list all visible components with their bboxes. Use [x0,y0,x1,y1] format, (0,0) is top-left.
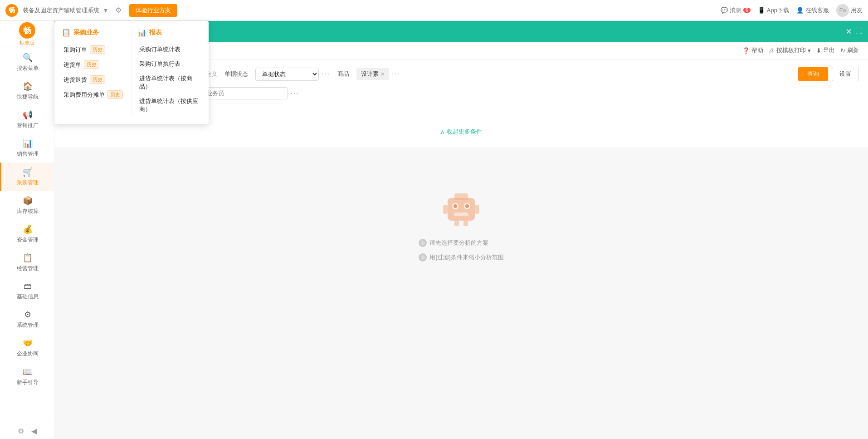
goods-return-hist-badge: 历史 [90,75,105,84]
goods-tag-remove[interactable]: ✕ [380,71,385,77]
dropdown-col2-title-text: 报表 [149,29,162,37]
order-status-select[interactable]: 单据状态 [255,68,319,81]
phone-icon: 📱 [758,7,765,14]
sidebar-item-purchase[interactable]: 🛒 采购管理 [0,163,54,191]
dropdown-col1-title: 📋 采购业务 [62,28,126,37]
sidebar-item-system[interactable]: ⚙ 系统管理 [0,305,54,334]
svg-rect-8 [475,205,479,214]
print-btn[interactable]: 🖨 按模板打印 ▾ [769,46,811,54]
logo: 畅 [19,22,35,39]
empty-text: ① 请先选择要分析的方案 ② 用[过滤]条件来缩小分析范围 [419,237,503,263]
base-info-icon: 🗃 [24,281,32,291]
sales-icon: 📊 [23,138,33,148]
message-btn[interactable]: 💬 消息 6 [721,6,751,15]
system-title: 装备及固定资产辅助管理系统 [23,6,99,15]
sidebar-item-finance-label: 资金管理 [17,236,39,244]
purchase-icon: 🛒 [23,167,33,177]
sidebar-settings-btn[interactable]: ⚙ [18,427,24,435]
industry-btn[interactable]: 体验行业方案 [129,4,177,17]
svg-rect-9 [454,221,459,226]
export-btn[interactable]: ⬇ 导出 [816,46,835,54]
purchase-order-hist-badge: 历史 [90,45,105,54]
collapse-filters-btn[interactable]: ∧ 收起更多条件 [63,123,859,140]
refresh-icon: ↻ [840,47,845,54]
dropdown-arrow-icon[interactable]: ▾ [104,6,107,15]
collapse-up-icon: ∧ [440,128,445,135]
sidebar-item-finance[interactable]: 💰 资金管理 [0,220,54,248]
sidebar-item-collab[interactable]: 🤝 企业协同 [0,334,54,362]
sidebar-item-base-info[interactable]: 🗃 基础信息 [0,277,54,305]
user-area[interactable]: Ea 用友 [836,4,863,17]
dropdown-item-goods-stat-product-label: 进货单统计表（按商品） [139,74,200,91]
settings-top-icon[interactable]: ⚙ [112,4,125,17]
dropdown-item-po-exec[interactable]: 采购订单执行表 [137,57,202,71]
print-dropdown-icon[interactable]: ▾ [808,47,811,54]
sidebar-item-quick-nav[interactable]: 🏠 快捷导航 [0,77,54,105]
sidebar: 畅 标准版 🔍 搜索菜单 🏠 快捷导航 📢 营销推广 📊 销售管理 🛒 [0,21,54,439]
sidebar-nav: 🔍 搜索菜单 🏠 快捷导航 📢 营销推广 📊 销售管理 🛒 采购管理 📦 [0,48,54,423]
help-btn[interactable]: ❓ 帮助 [742,46,763,54]
svg-rect-0 [448,198,475,221]
sidebar-item-quick-nav-label: 快捷导航 [17,93,39,101]
finance-icon: 💰 [23,224,33,234]
app-download-btn[interactable]: 📱 App下载 [758,6,789,15]
dropdown-col2-title: 📊 报表 [137,28,202,37]
sidebar-item-marketing-label: 营销推广 [17,122,39,129]
sidebar-collapse-btn[interactable]: ◀ [31,427,37,435]
dropdown-item-goods-return[interactable]: 进货退货 历史 [62,72,126,87]
query-btn[interactable]: 查询 [798,67,828,81]
collapse-label: 收起更多条件 [447,128,482,136]
username-label: 用友 [851,6,863,15]
tab-fullscreen-icon[interactable]: ⛶ [855,27,863,35]
guide-icon: 📖 [23,367,33,377]
goods-in-hist-badge: 历史 [84,60,99,69]
salesperson-dots[interactable]: ··· [290,89,299,98]
sidebar-item-marketing[interactable]: 📢 营销推广 [0,105,54,134]
dropdown-item-goods-stat-product[interactable]: 进货单统计表（按商品） [137,71,202,94]
sidebar-item-system-label: 系统管理 [17,321,39,329]
dropdown-item-goods-return-label: 进货退货 [63,76,87,84]
svg-rect-10 [463,221,468,226]
sidebar-item-operation[interactable]: 📋 经营管理 [0,248,54,277]
app-download-label: App下载 [767,6,789,15]
refresh-label: 刷新 [847,46,859,54]
settings-filter-btn[interactable]: 设置 [832,67,859,81]
export-label: 导出 [823,46,835,54]
dropdown-item-goods-in[interactable]: 进货单 历史 [62,57,126,72]
sidebar-item-sales[interactable]: 📊 销售管理 [0,134,54,163]
svg-point-5 [465,204,469,208]
dropdown-item-goods-stat-supplier[interactable]: 进货单统计表（按供应商） [137,94,202,117]
message-badge: 6 [743,8,751,13]
empty-step1: 请先选择要分析的方案 [429,237,488,249]
filter-actions: 查询 设置 [798,67,859,81]
empty-step2: 用[过滤]条件来缩小分析范围 [429,252,503,263]
sidebar-item-base-info-label: 基础信息 [17,293,39,301]
top-bar-right: 💬 消息 6 📱 App下载 👤 在线客服 Ea 用友 [721,4,863,17]
dropdown-item-po-stat[interactable]: 采购订单统计表 [137,42,202,57]
salesperson-input[interactable] [201,87,288,99]
dropdown-item-goods-in-label: 进货单 [63,61,81,69]
dropdown-item-purchase-expense[interactable]: 采购费用分摊单 历史 [62,87,126,102]
step2-num: ② [419,253,427,261]
goods-label: 商品 [337,70,349,78]
purchase-dropdown-menu: 📋 采购业务 采购订单 历史 进货单 历史 进货退货 历史 采购费用分摊单 历史… [54,21,209,124]
online-service-btn[interactable]: 👤 在线客服 [796,6,829,15]
sidebar-item-inventory[interactable]: 📦 库存核算 [0,191,54,220]
sidebar-item-operation-label: 经营管理 [17,265,39,272]
dropdown-item-purchase-order[interactable]: 采购订单 历史 [62,42,126,57]
sidebar-item-inventory-label: 库存核算 [17,207,39,215]
empty-illustration [434,184,488,230]
dropdown-item-po-exec-label: 采购订单执行表 [139,60,180,68]
home-icon: 🏠 [23,81,33,91]
svg-rect-1 [454,193,468,200]
dropdown-col-report: 📊 报表 采购订单统计表 采购订单执行表 进货单统计表（按商品） 进货单统计表（… [137,28,202,117]
dropdown-col1-title-text: 采购业务 [73,29,99,37]
sidebar-item-purchase-label: 采购管理 [17,179,39,187]
goods-dots[interactable]: ··· [392,70,400,78]
sidebar-item-search[interactable]: 🔍 搜索菜单 [0,48,54,77]
sidebar-item-guide[interactable]: 📖 新手引导 [0,362,54,391]
refresh-btn[interactable]: ↻ 刷新 [840,46,859,54]
order-status-dots[interactable]: ··· [322,70,330,78]
tab-close-all-icon[interactable]: ✕ [846,27,852,36]
report-col-icon: 📊 [137,28,146,37]
